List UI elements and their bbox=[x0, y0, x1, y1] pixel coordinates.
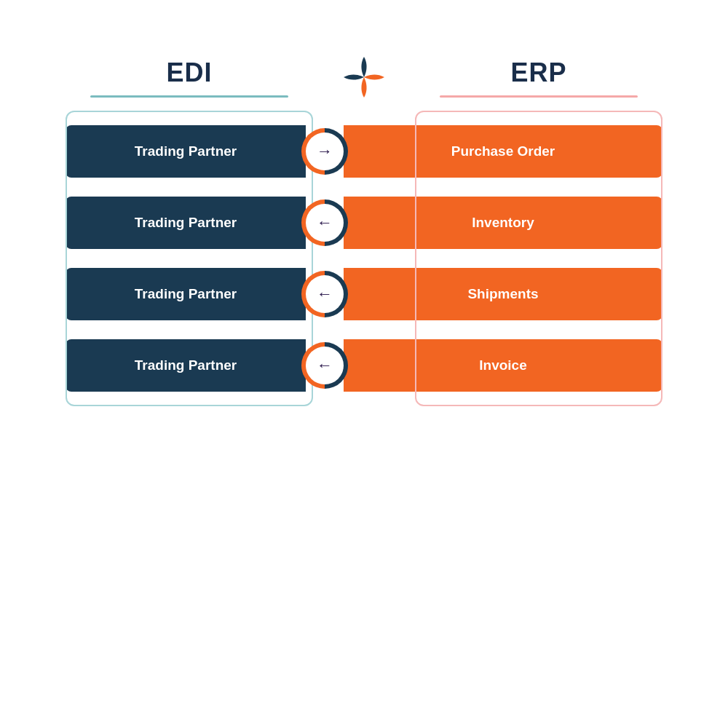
arrow-circle-invoice: ← bbox=[301, 342, 348, 389]
arrow-left-icon-inventory: ← bbox=[317, 213, 333, 232]
arrow-circle-shipments: ← bbox=[301, 271, 348, 317]
rows-container: Trading Partner → Purchase Order Trading… bbox=[66, 111, 662, 406]
edi-header: EDI bbox=[66, 58, 313, 103]
edi-bar-inventory: Trading Partner bbox=[66, 197, 306, 249]
flow-row-invoice: Trading Partner ← Invoice bbox=[66, 339, 662, 392]
brand-logo-icon bbox=[338, 51, 390, 103]
diagram-container: EDI ERP bbox=[51, 51, 677, 677]
erp-bar-inventory: Inventory bbox=[344, 197, 662, 249]
arrow-inner-shipments: ← bbox=[306, 275, 344, 313]
erp-bar-purchase-order: Purchase Order bbox=[344, 125, 662, 178]
arrow-circle-purchase-order: → bbox=[301, 128, 348, 175]
edi-bar-label-shipments: Trading Partner bbox=[135, 286, 237, 302]
erp-bar-label-inventory: Inventory bbox=[472, 215, 534, 231]
arrow-inner-invoice: ← bbox=[306, 347, 344, 384]
arrow-left-icon-invoice: ← bbox=[317, 356, 333, 375]
arrow-right-icon: → bbox=[317, 142, 333, 161]
edi-bar-label-inventory: Trading Partner bbox=[135, 215, 237, 231]
erp-title: ERP bbox=[415, 58, 662, 88]
edi-bar-label-purchase-order: Trading Partner bbox=[135, 143, 237, 159]
erp-bar-label-invoice: Invoice bbox=[479, 357, 526, 373]
edi-bar-purchase-order: Trading Partner bbox=[66, 125, 306, 178]
arrow-inner-purchase-order: → bbox=[306, 132, 344, 170]
flow-row-inventory: Trading Partner ← Inventory bbox=[66, 197, 662, 249]
logo-area bbox=[335, 51, 393, 103]
edi-bar-invoice: Trading Partner bbox=[66, 339, 306, 392]
erp-bar-invoice: Invoice bbox=[344, 339, 662, 392]
erp-header: ERP bbox=[415, 58, 662, 103]
erp-bar-shipments: Shipments bbox=[344, 268, 662, 320]
edi-bar-shipments: Trading Partner bbox=[66, 268, 306, 320]
edi-bar-label-invoice: Trading Partner bbox=[135, 357, 237, 373]
main-area: Trading Partner → Purchase Order Trading… bbox=[66, 111, 662, 406]
erp-bar-label-purchase-order: Purchase Order bbox=[451, 143, 555, 159]
flow-row-purchase-order: Trading Partner → Purchase Order bbox=[66, 125, 662, 178]
header-row: EDI ERP bbox=[66, 51, 662, 103]
arrow-left-icon-shipments: ← bbox=[317, 285, 333, 304]
erp-bar-label-shipments: Shipments bbox=[467, 286, 538, 302]
arrow-inner-inventory: ← bbox=[306, 204, 344, 242]
edi-title: EDI bbox=[66, 58, 313, 88]
erp-underline bbox=[440, 95, 638, 98]
arrow-circle-inventory: ← bbox=[301, 199, 348, 246]
flow-row-shipments: Trading Partner ← Shipments bbox=[66, 268, 662, 320]
edi-underline bbox=[90, 95, 288, 98]
